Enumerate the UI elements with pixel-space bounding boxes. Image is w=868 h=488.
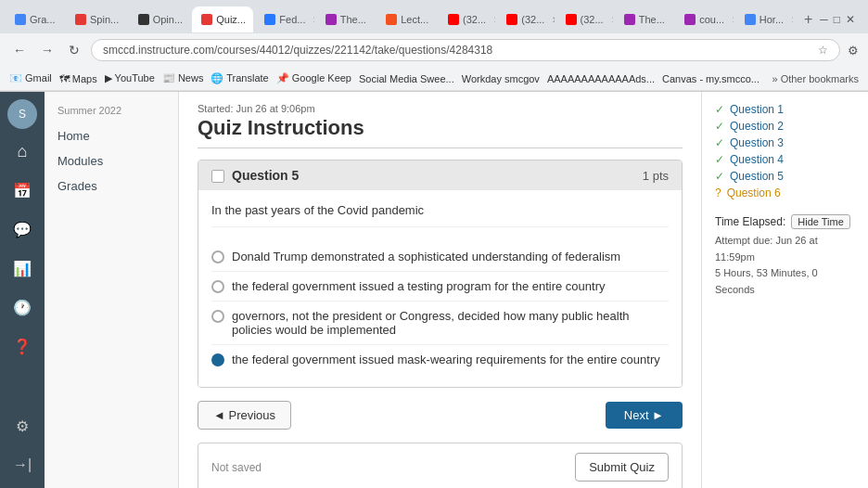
bm-workday[interactable]: Workday smcgov bbox=[462, 73, 540, 84]
radio-4[interactable] bbox=[211, 353, 224, 366]
tab-5[interactable]: Fed... ✕ bbox=[255, 6, 313, 32]
sidebar-question-1[interactable]: ✓ Question 1 bbox=[715, 101, 855, 118]
question-text: In the past years of the Covid pandemic bbox=[211, 203, 669, 227]
bm-ads[interactable]: AAAAAAAAAAAAAds... bbox=[547, 73, 655, 84]
sidebar-q5-label: Question 5 bbox=[730, 170, 784, 183]
bm-gmail[interactable]: 📧 Gmail bbox=[9, 72, 52, 84]
answer-text-4: the federal government issued mask-weari… bbox=[232, 353, 660, 366]
right-sidebar: ✓ Question 1 ✓ Question 2 ✓ Question 3 ✓… bbox=[701, 92, 868, 488]
hide-time-button[interactable]: Hide Time bbox=[791, 214, 850, 229]
tab-4-active[interactable]: Quiz... ✕ bbox=[192, 6, 253, 32]
tab-close-11[interactable]: ✕ bbox=[672, 15, 673, 25]
sidebar-q3-label: Question 3 bbox=[730, 136, 784, 149]
next-button[interactable]: Next ► bbox=[606, 402, 683, 429]
check-icon-1: ✓ bbox=[715, 103, 724, 116]
sidebar-q2-label: Question 2 bbox=[730, 120, 784, 133]
question-body: In the past years of the Covid pandemic … bbox=[198, 190, 682, 387]
nav-icon-settings[interactable]: ⚙ bbox=[6, 409, 39, 443]
nav-modules[interactable]: Modules bbox=[45, 148, 178, 173]
minimize-icon[interactable]: ─ bbox=[820, 13, 828, 26]
bm-translate[interactable]: 🌐 Translate bbox=[211, 72, 268, 84]
main-layout: S ⌂ 📅 💬 📊 🕐 ❓ ⚙ →| Summer 2022 Home Modu… bbox=[0, 92, 868, 488]
sidebar-question-2[interactable]: ✓ Question 2 bbox=[715, 118, 855, 135]
tab-bar: Gra... ✕ Spin... ✕ Opin... ✕ Quiz... ✕ F… bbox=[0, 0, 868, 33]
nav-icon-calendar[interactable]: 📅 bbox=[6, 173, 39, 207]
tab-7[interactable]: Lect... ✕ bbox=[377, 6, 437, 32]
tab-close-5[interactable]: ✕ bbox=[313, 15, 313, 25]
tab-label: Lect... bbox=[401, 14, 428, 25]
time-elapsed-text: Time Elapsed: bbox=[715, 215, 785, 228]
bm-more[interactable]: » Other bookmarks bbox=[772, 73, 859, 84]
reload-button[interactable]: ↻ bbox=[65, 43, 83, 58]
tab-label: cou... bbox=[699, 14, 724, 25]
time-elapsed-label: Time Elapsed: Hide Time bbox=[715, 214, 855, 229]
answer-option-2[interactable]: the federal government issued a testing … bbox=[211, 272, 669, 302]
tab-favicon bbox=[506, 14, 517, 25]
bm-keep[interactable]: 📌 Google Keep bbox=[276, 72, 351, 84]
not-saved-text: Not saved bbox=[211, 461, 262, 474]
extensions-icon[interactable]: ⚙ bbox=[848, 44, 859, 58]
tab-favicon bbox=[566, 14, 577, 25]
tab-1[interactable]: Gra... ✕ bbox=[6, 6, 64, 32]
radio-3[interactable] bbox=[211, 310, 224, 323]
nav-icon-history[interactable]: 🕐 bbox=[6, 290, 39, 324]
new-tab-button[interactable]: + bbox=[798, 11, 818, 28]
bm-news[interactable]: 📰 News bbox=[162, 72, 204, 84]
tab-8[interactable]: (32... ✕ bbox=[439, 6, 495, 32]
tab-close-13[interactable]: ✕ bbox=[791, 15, 793, 25]
sidebar-q1-label: Question 1 bbox=[730, 103, 784, 116]
radio-1[interactable] bbox=[211, 250, 224, 263]
user-avatar[interactable]: S bbox=[7, 99, 37, 129]
sidebar-question-4[interactable]: ✓ Question 4 bbox=[715, 151, 855, 168]
nav-icon-inbox[interactable]: 💬 bbox=[6, 212, 39, 246]
tab-10[interactable]: (32... ✕ bbox=[556, 6, 613, 32]
check-icon-4: ✓ bbox=[715, 153, 724, 166]
tab-label: Fed... bbox=[279, 14, 305, 25]
tab-6[interactable]: The... ✕ bbox=[316, 6, 375, 32]
tab-11[interactable]: The... ✕ bbox=[615, 6, 673, 32]
bookmark-icon[interactable]: ☆ bbox=[818, 44, 828, 57]
nav-icon-gradebook[interactable]: 📊 bbox=[6, 251, 39, 285]
nav-grades[interactable]: Grades bbox=[45, 173, 178, 199]
forward-button[interactable]: → bbox=[37, 43, 57, 58]
tab-close-7[interactable]: ✕ bbox=[436, 15, 437, 25]
answer-option-4[interactable]: the federal government issued mask-weari… bbox=[211, 345, 669, 374]
nav-home[interactable]: Home bbox=[45, 123, 178, 148]
bm-youtube[interactable]: ▶ YouTube bbox=[105, 72, 155, 84]
nav-icon-help[interactable]: ❓ bbox=[6, 329, 39, 363]
submit-quiz-button[interactable]: Submit Quiz bbox=[575, 453, 669, 482]
question-flag-checkbox[interactable] bbox=[211, 170, 224, 183]
sidebar-question-3[interactable]: ✓ Question 3 bbox=[715, 135, 855, 151]
tab-favicon bbox=[15, 14, 26, 25]
nav-icon-home[interactable]: ⌂ bbox=[6, 135, 39, 168]
maximize-icon[interactable]: □ bbox=[834, 13, 840, 26]
close-icon[interactable]: ✕ bbox=[846, 13, 855, 26]
tab-3[interactable]: Opin... ✕ bbox=[129, 6, 191, 32]
tab-12[interactable]: cou... ✕ bbox=[675, 6, 734, 32]
tab-close-8[interactable]: ✕ bbox=[493, 15, 495, 25]
nav-icon-collapse[interactable]: →| bbox=[6, 448, 39, 482]
nav-buttons: ◄ Previous Next ► bbox=[198, 401, 683, 430]
tab-13[interactable]: Hor... ✕ bbox=[735, 6, 793, 32]
tab-close-12[interactable]: ✕ bbox=[732, 15, 734, 25]
tab-close-9[interactable]: ✕ bbox=[552, 15, 554, 25]
back-button[interactable]: ← bbox=[9, 43, 30, 58]
answer-text-3: governors, not the president or Congress… bbox=[232, 309, 669, 337]
tab-close-1[interactable]: ✕ bbox=[63, 15, 65, 25]
previous-button[interactable]: ◄ Previous bbox=[198, 401, 291, 430]
question-card: Question 5 1 pts In the past years of th… bbox=[198, 160, 683, 388]
sidebar-question-5[interactable]: ✓ Question 5 bbox=[715, 168, 855, 185]
answer-option-1[interactable]: Donald Trump demonstrated a sophisticate… bbox=[211, 242, 669, 272]
radio-2[interactable] bbox=[211, 280, 224, 293]
bm-social[interactable]: Social Media Swee... bbox=[359, 73, 454, 84]
url-box[interactable]: smccd.instructure.com/courses/44012/quiz… bbox=[91, 39, 840, 61]
tab-close-6[interactable]: ✕ bbox=[374, 15, 375, 25]
sidebar-question-6[interactable]: ? Question 6 bbox=[715, 185, 855, 201]
tab-close-10[interactable]: ✕ bbox=[611, 15, 613, 25]
tab-9[interactable]: (32... ✕ bbox=[497, 6, 554, 32]
answer-option-3[interactable]: governors, not the president or Congress… bbox=[211, 302, 669, 345]
check-icon-3: ✓ bbox=[715, 136, 724, 149]
bm-canvas[interactable]: Canvas - my.smcco... bbox=[662, 73, 760, 84]
tab-2[interactable]: Spin... ✕ bbox=[66, 6, 127, 32]
bm-maps[interactable]: 🗺 Maps bbox=[59, 73, 97, 84]
